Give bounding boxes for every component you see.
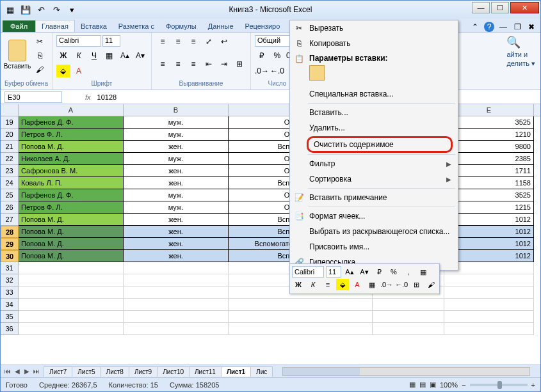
cell[interactable]: Попова М. Д. <box>19 226 124 238</box>
row-header[interactable]: 22 <box>1 153 19 165</box>
sheet-tab[interactable]: Лист10 <box>157 366 190 377</box>
cell[interactable]: жен. <box>124 165 229 177</box>
redo-icon[interactable]: ↷ <box>49 3 63 17</box>
sheet-tab[interactable]: Лист11 <box>189 366 222 377</box>
tab-nav-next-icon[interactable]: ▶ <box>22 368 31 375</box>
row-header[interactable]: 30 <box>1 250 19 262</box>
cell[interactable]: жен. <box>124 238 229 250</box>
mini-fill-icon[interactable]: ⬙ <box>336 279 349 290</box>
sheet-tab[interactable]: Лис <box>250 366 273 377</box>
font-size-select[interactable]: 11 <box>102 35 120 47</box>
mini-percent-icon[interactable]: % <box>387 266 400 278</box>
mini-italic-icon[interactable]: К <box>307 279 319 290</box>
mini-inc-dec-icon[interactable]: .0→ <box>380 279 393 290</box>
cell[interactable] <box>444 299 534 311</box>
view-normal-icon[interactable]: ▦ <box>409 380 416 389</box>
cell[interactable] <box>444 286 534 299</box>
mini-font-name[interactable]: Calibri <box>292 266 324 278</box>
view-layout-icon[interactable]: ▤ <box>419 380 426 389</box>
wrap-text-icon[interactable]: ↩ <box>217 35 231 48</box>
cell[interactable]: жен. <box>124 214 229 226</box>
row-header[interactable]: 25 <box>1 189 19 201</box>
doc-restore-icon[interactable]: ❐ <box>512 22 522 32</box>
minimize-button[interactable]: — <box>472 2 490 13</box>
sheet-tab[interactable]: Лист1 <box>221 366 251 377</box>
cell[interactable] <box>124 311 229 323</box>
select-label[interactable]: делить ▾ <box>506 59 535 68</box>
cell[interactable] <box>124 274 229 286</box>
row-header[interactable]: 33 <box>1 286 19 299</box>
row-header[interactable]: 35 <box>1 311 19 323</box>
table-row[interactable]: 22Николаев А. Д.муж.Основной2385 <box>1 153 540 165</box>
sheet-tab[interactable]: Лист9 <box>129 366 157 377</box>
bold-button[interactable]: Ж <box>56 49 70 62</box>
table-row[interactable]: 30Попова М. Д.жен.Вспомогатель1012 <box>1 250 540 262</box>
merge-icon[interactable]: ⊞ <box>232 58 246 70</box>
cell[interactable]: Парфенов Д. Ф. <box>19 189 124 201</box>
row-header[interactable]: 28 <box>1 226 19 238</box>
close-button[interactable]: ✕ <box>510 2 539 13</box>
align-bot-icon[interactable]: ≡ <box>186 35 200 48</box>
table-row[interactable]: 25Парфенов Д. Ф.муж.Основной3525 <box>1 189 540 201</box>
ctx-copy[interactable]: ⎘Копировать <box>290 36 458 51</box>
zoom-level[interactable]: 100% <box>440 381 458 389</box>
table-row[interactable]: 36 <box>1 323 540 335</box>
table-row[interactable]: 34 <box>1 299 540 311</box>
orientation-icon[interactable]: ⤢ <box>202 35 216 48</box>
cell[interactable] <box>444 274 534 286</box>
align-center-icon[interactable]: ≡ <box>171 58 185 70</box>
ctx-insert-comment[interactable]: 📝Вставить примечание <box>290 190 458 205</box>
row-header[interactable]: 20 <box>1 129 19 141</box>
mini-grow-font-icon[interactable]: A▴ <box>343 266 356 278</box>
percent-icon[interactable]: % <box>270 49 284 62</box>
cell[interactable]: Попова М. Д. <box>19 214 124 226</box>
cell[interactable]: жен. <box>124 141 229 153</box>
ctx-filter[interactable]: Фильтр▶ <box>290 156 458 171</box>
table-row[interactable]: 32 <box>1 274 540 286</box>
file-tab[interactable]: Файл <box>3 20 35 32</box>
save-icon[interactable]: 💾 <box>19 3 33 17</box>
tab-home[interactable]: Главная <box>35 20 75 32</box>
mini-shrink-font-icon[interactable]: A▾ <box>358 266 371 278</box>
cell[interactable] <box>19 311 124 323</box>
cell[interactable]: муж. <box>124 153 229 165</box>
cell[interactable] <box>124 323 229 335</box>
mini-cond-format-icon[interactable]: ▦ <box>417 266 430 278</box>
cell[interactable]: Попова М. Д. <box>19 250 124 262</box>
paste-button[interactable]: Вставить <box>4 35 30 74</box>
tab-insert[interactable]: Вставка <box>75 20 113 32</box>
format-painter-icon[interactable]: 🖌 <box>33 63 47 76</box>
row-header[interactable]: 24 <box>1 177 19 189</box>
col-header-b[interactable]: B <box>124 104 229 116</box>
ctx-clear-contents[interactable]: Очистить содержимое <box>307 136 453 153</box>
table-row[interactable]: 20Петров Ф. Л.муж.Основной1210 <box>1 129 540 141</box>
doc-close-icon[interactable]: ✖ <box>526 22 537 32</box>
minimize-ribbon-icon[interactable]: ⌃ <box>470 22 480 32</box>
copy-icon[interactable]: ⎘ <box>33 49 47 62</box>
cell[interactable] <box>19 323 124 335</box>
ctx-format-cells[interactable]: 📑Формат ячеек... <box>290 208 458 224</box>
fill-color-button[interactable]: ⬙ <box>56 65 70 77</box>
zoom-out-icon[interactable]: − <box>462 381 465 389</box>
qat-more-icon[interactable]: ▾ <box>65 3 79 17</box>
cell[interactable]: муж. <box>124 189 229 201</box>
row-header[interactable]: 36 <box>1 323 19 335</box>
font-color-button[interactable]: A <box>72 65 86 77</box>
number-format-select[interactable]: Общий <box>255 35 293 47</box>
excel-icon[interactable]: ▦ <box>3 3 17 17</box>
maximize-button[interactable]: ☐ <box>491 2 509 13</box>
sheet-tab[interactable]: Лист8 <box>101 366 129 377</box>
table-row[interactable]: 26Петров Ф. Л.муж.Основной1215 <box>1 201 540 214</box>
select-all-corner[interactable] <box>1 104 19 116</box>
help-icon[interactable]: ? <box>484 22 494 32</box>
cell[interactable]: жен. <box>124 177 229 189</box>
shrink-font-icon[interactable]: A▾ <box>133 49 147 62</box>
mini-comma-icon[interactable]: , <box>402 266 415 278</box>
inc-decimal-icon[interactable]: .0→ <box>255 65 269 77</box>
mini-font-size[interactable]: 11 <box>326 266 341 278</box>
row-header[interactable]: 23 <box>1 165 19 177</box>
tab-review[interactable]: Рецензиро <box>239 20 286 32</box>
table-row[interactable]: 33 <box>1 286 540 299</box>
table-row[interactable]: 19Парфенов Д. Ф.муж.Основной3525 <box>1 116 540 129</box>
cell[interactable] <box>229 311 373 323</box>
